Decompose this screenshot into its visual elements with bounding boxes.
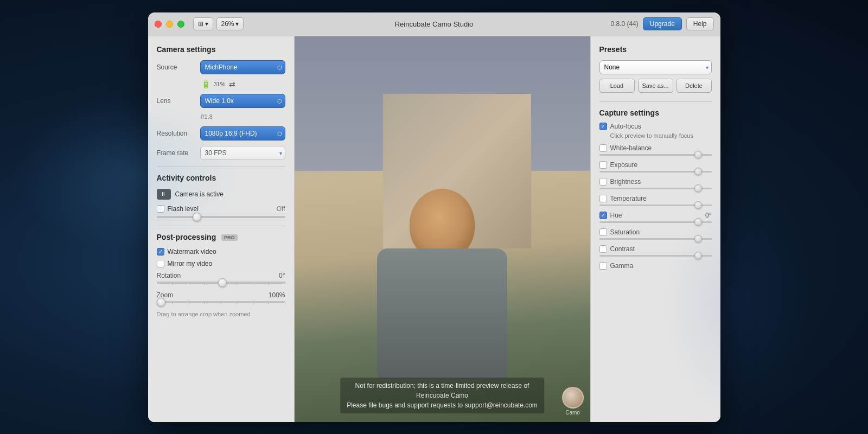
capture-settings-title: Capture settings (599, 108, 712, 117)
lens-label: Lens (157, 97, 200, 105)
resolution-field: Resolution 1080p 16:9 (FHD) ⬡ (157, 126, 285, 141)
pause-button[interactable]: ⏸ (157, 189, 171, 200)
temperature-checkbox[interactable] (599, 195, 607, 202)
hue-thumb[interactable] (694, 218, 702, 226)
resolution-select-wrapper: 1080p 16:9 (FHD) ⬡ (200, 126, 285, 141)
zoom-slider (157, 301, 285, 303)
brightness-checkbox[interactable] (599, 178, 607, 186)
tick (269, 302, 269, 304)
lens-select-wrapper: Wide 1.0x ⬡ (200, 94, 285, 108)
rotation-slider-thumb[interactable] (218, 278, 227, 287)
gamma-checkbox[interactable] (599, 262, 607, 270)
lens-field: Lens Wide 1.0x ⬡ (157, 94, 285, 108)
gamma-label: Gamma (610, 262, 634, 270)
camo-avatar (562, 387, 584, 409)
temperature-slider[interactable] (599, 205, 712, 206)
contrast-thumb[interactable] (694, 252, 702, 259)
white-balance-option: White-balance (599, 144, 712, 156)
delete-button[interactable]: Delete (676, 79, 712, 93)
autofocus-checkbox[interactable] (599, 123, 607, 130)
exposure-slider[interactable] (599, 171, 712, 173)
flash-slider-track[interactable] (157, 216, 285, 218)
zoom-chevron: ▾ (235, 20, 239, 28)
hue-checkbox[interactable] (599, 212, 607, 219)
camera-active-row: ⏸ Camera is active (157, 189, 285, 200)
titlebar: ⊞ ▾ 26% ▾ Reincubate Camo Studio 0.8.0 (… (148, 12, 720, 36)
capture-section: Capture settings Auto-focus Click previe… (599, 108, 712, 270)
layout-button[interactable]: ⊞ ▾ (193, 17, 213, 30)
hue-option: Hue 0° (599, 212, 712, 223)
zoom-value-label: 26% (221, 20, 234, 28)
main-content: Camera settings Source MichPhone ⬡ 🔋 31% (148, 36, 720, 422)
video-panel: Camo Not for redistribution; this is a t… (295, 36, 590, 422)
contrast-option: Contrast (599, 245, 712, 257)
layout-icon: ⊞ (198, 20, 203, 28)
watermark-line3: Please file bugs and support requests to… (347, 400, 538, 410)
right-panel: Presets None ▾ Load Save as... Delete Ca… (590, 36, 720, 422)
contrast-checkbox[interactable] (599, 245, 607, 253)
minimize-button[interactable] (166, 21, 173, 28)
video-background: Camo Not for redistribution; this is a t… (295, 36, 590, 422)
rotation-label: Rotation (157, 272, 181, 279)
contrast-slider[interactable] (599, 255, 712, 257)
camo-overlay: Camo (562, 387, 584, 416)
hue-slider[interactable] (599, 221, 712, 223)
help-button[interactable]: Help (686, 17, 714, 30)
rotation-slider-track[interactable] (157, 282, 285, 284)
zoom-button[interactable]: 26% ▾ (216, 17, 244, 30)
exposure-thumb[interactable] (694, 168, 702, 175)
zoom-slider-track[interactable] (157, 301, 285, 303)
tick (237, 302, 237, 304)
maximize-button[interactable] (177, 21, 184, 28)
load-button[interactable]: Load (599, 79, 635, 93)
tick (205, 283, 205, 285)
preset-select-wrapper: None ▾ (599, 60, 712, 74)
saturation-thumb[interactable] (694, 235, 702, 242)
saturation-option: Saturation (599, 228, 712, 240)
save-as-button[interactable]: Save as... (638, 79, 673, 93)
pro-badge: PRO (221, 234, 238, 241)
mirror-row: Mirror my video (157, 260, 285, 267)
source-field: Source MichPhone ⬡ (157, 60, 285, 74)
camo-label: Camo (565, 410, 580, 416)
preset-select[interactable]: None (599, 60, 712, 74)
resolution-label: Resolution (157, 130, 200, 137)
exposure-checkbox[interactable] (599, 161, 607, 169)
white-balance-checkbox[interactable] (599, 144, 607, 152)
resolution-select[interactable]: 1080p 16:9 (FHD) (200, 126, 285, 141)
white-balance-slider[interactable] (599, 154, 712, 156)
flash-label: Flash level (168, 205, 277, 213)
upgrade-button[interactable]: Upgrade (643, 17, 682, 30)
temperature-label: Temperature (610, 195, 647, 202)
source-select-wrapper: MichPhone ⬡ (200, 60, 285, 74)
temperature-thumb[interactable] (694, 201, 702, 209)
white-balance-thumb[interactable] (694, 151, 702, 158)
gamma-option: Gamma (599, 262, 712, 270)
framerate-select[interactable]: 30 FPS (200, 146, 285, 160)
drag-crop-hint: Drag to arrange crop when zoomed (157, 311, 285, 317)
mirror-checkbox[interactable] (157, 260, 164, 267)
flash-slider-thumb[interactable] (193, 213, 201, 221)
video-area[interactable]: Camo Not for redistribution; this is a t… (295, 36, 590, 422)
close-button[interactable] (155, 21, 162, 28)
camera-active-text: Camera is active (175, 190, 224, 198)
brightness-thumb[interactable] (694, 184, 702, 192)
watermark-checkbox[interactable]: ✓ (157, 248, 164, 256)
saturation-slider[interactable] (599, 238, 712, 240)
layout-chevron: ▾ (205, 20, 208, 28)
source-select[interactable]: MichPhone (200, 60, 285, 74)
white-balance-label: White-balance (610, 144, 652, 152)
lens-select[interactable]: Wide 1.0x (200, 94, 285, 108)
saturation-checkbox[interactable] (599, 228, 607, 236)
zoom-slider-thumb[interactable] (157, 298, 165, 307)
zoom-value: 100% (269, 291, 285, 299)
watermark-line2: Reincubate Camo (347, 391, 538, 400)
watermark-row: ✓ Watermark video (157, 248, 285, 256)
autofocus-row: Auto-focus (599, 123, 712, 130)
battery-row: 🔋 31% ⇄ (157, 80, 285, 88)
flash-checkbox[interactable] (157, 205, 164, 213)
brightness-slider[interactable] (599, 188, 712, 189)
left-panel: Camera settings Source MichPhone ⬡ 🔋 31% (148, 36, 295, 422)
autofocus-label: Auto-focus (610, 123, 641, 130)
tick (205, 302, 205, 304)
